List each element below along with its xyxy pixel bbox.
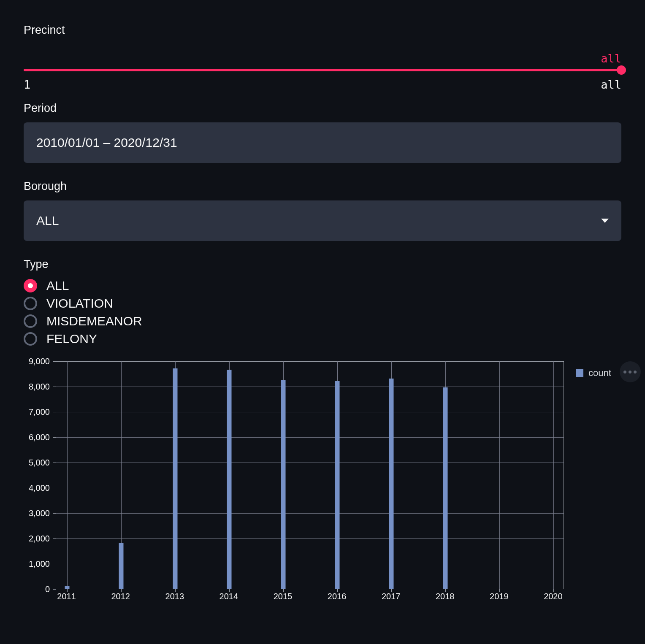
type-radio-label: FELONY bbox=[46, 332, 97, 346]
x-tick-label: 2014 bbox=[220, 592, 238, 601]
legend-swatch-icon bbox=[576, 369, 583, 377]
precinct-slider[interactable]: all 1 all bbox=[24, 44, 621, 91]
y-tick-label: 9,000 bbox=[29, 357, 50, 366]
count-bar-chart: 01,0002,0003,0004,0005,0006,0007,0008,00… bbox=[24, 361, 564, 606]
type-radio-all[interactable]: ALL bbox=[24, 279, 621, 293]
chart-bar bbox=[173, 368, 177, 589]
chart-bar bbox=[227, 370, 231, 589]
chart-bar bbox=[119, 543, 123, 589]
precinct-slider-thumb[interactable] bbox=[617, 65, 626, 75]
chart-bar bbox=[65, 586, 69, 589]
period-value: 2010/01/01 – 2020/12/31 bbox=[36, 135, 177, 150]
x-tick-label: 2015 bbox=[274, 592, 293, 601]
type-radio-felony[interactable]: FELONY bbox=[24, 332, 621, 346]
type-radio-label: ALL bbox=[46, 279, 69, 293]
y-tick-label: 4,000 bbox=[29, 483, 50, 493]
x-tick-label: 2017 bbox=[382, 592, 401, 601]
y-tick-label: 8,000 bbox=[29, 382, 50, 392]
chart-legend: count bbox=[576, 368, 611, 379]
y-tick-label: 2,000 bbox=[29, 534, 50, 544]
precinct-label: Precinct bbox=[24, 24, 621, 37]
x-tick-label: 2020 bbox=[544, 592, 563, 601]
type-radio-label: VIOLATION bbox=[46, 296, 113, 311]
type-radio-label: MISDEMEANOR bbox=[46, 314, 142, 328]
y-tick-label: 7,000 bbox=[29, 407, 50, 417]
precinct-slider-value: all bbox=[601, 52, 621, 65]
chevron-down-icon bbox=[601, 219, 609, 223]
y-tick-label: 1,000 bbox=[29, 559, 50, 569]
type-radio-misdemeanor[interactable]: MISDEMEANOR bbox=[24, 314, 621, 328]
chart-bar bbox=[281, 380, 285, 589]
y-tick-label: 0 bbox=[45, 584, 50, 594]
chart-bar bbox=[335, 381, 340, 589]
period-input[interactable]: 2010/01/01 – 2020/12/31 bbox=[24, 122, 621, 163]
x-tick-label: 2018 bbox=[436, 592, 455, 601]
precinct-slider-max: all bbox=[601, 78, 621, 91]
precinct-slider-min: 1 bbox=[24, 78, 30, 91]
x-tick-label: 2016 bbox=[328, 592, 347, 601]
chart-menu-button[interactable] bbox=[620, 361, 641, 382]
chart-bar bbox=[389, 379, 394, 589]
x-tick-label: 2013 bbox=[165, 592, 184, 601]
precinct-slider-track bbox=[24, 69, 621, 71]
period-label: Period bbox=[24, 102, 621, 115]
x-tick-label: 2012 bbox=[111, 592, 130, 601]
radio-icon bbox=[24, 314, 37, 328]
legend-series-label: count bbox=[588, 368, 611, 379]
y-tick-label: 3,000 bbox=[29, 509, 50, 518]
x-tick-label: 2019 bbox=[490, 592, 509, 601]
type-label: Type bbox=[24, 258, 621, 271]
borough-label: Borough bbox=[24, 180, 621, 193]
type-radio-group: ALLVIOLATIONMISDEMEANORFELONY bbox=[24, 279, 621, 346]
y-tick-label: 5,000 bbox=[29, 458, 50, 468]
radio-icon bbox=[24, 297, 37, 310]
radio-icon bbox=[24, 279, 37, 292]
type-radio-violation[interactable]: VIOLATION bbox=[24, 296, 621, 311]
x-tick-label: 2011 bbox=[57, 592, 76, 601]
borough-selected: ALL bbox=[36, 214, 59, 228]
y-tick-label: 6,000 bbox=[29, 433, 50, 442]
chart-bar bbox=[443, 387, 448, 589]
radio-icon bbox=[24, 332, 37, 346]
borough-select[interactable]: ALL bbox=[24, 200, 621, 241]
